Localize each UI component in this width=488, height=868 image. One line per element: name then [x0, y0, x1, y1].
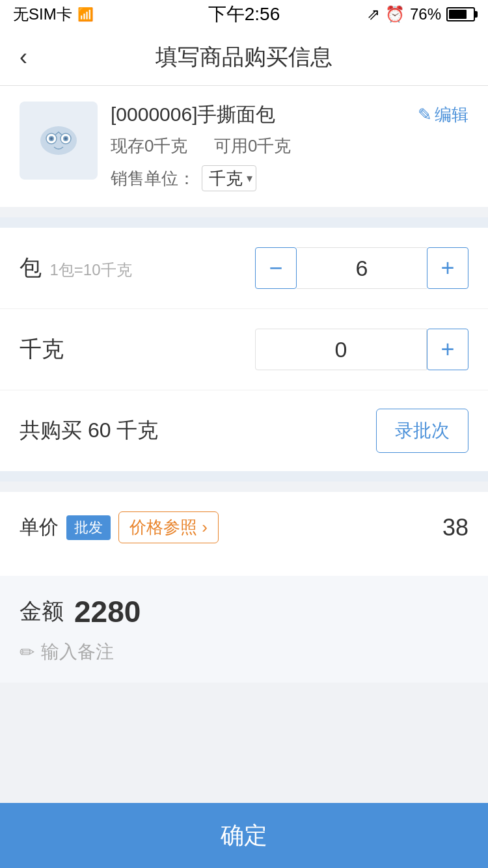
package-label-main: 包	[20, 255, 42, 280]
alarm-icon: ⏰	[385, 5, 405, 23]
amount-section: 金额 2280 ✏ 输入备注	[0, 576, 488, 683]
remark-row[interactable]: ✏ 输入备注	[20, 640, 468, 664]
location-icon: ⇗	[367, 5, 380, 23]
nav-bar: ‹ 填写商品购买信息	[0, 29, 488, 86]
battery-icon	[446, 7, 475, 21]
product-image	[20, 102, 98, 180]
price-value: 38	[442, 514, 468, 541]
product-card: [0000006]手撕面包 ✎ 编辑 现存0千克 可用0千克 销售单位： 千克	[0, 86, 488, 207]
batch-button[interactable]: 录批次	[376, 409, 468, 453]
product-full-name: [0000006]手撕面包	[111, 102, 275, 128]
confirm-button[interactable]: 确定	[0, 803, 488, 868]
package-controls: − +	[255, 247, 468, 289]
total-row: 共购买 60 千克 录批次	[0, 390, 488, 471]
quantity-section: 包 1包=10千克 − + 千克 +	[0, 228, 488, 390]
battery-percent: 76%	[410, 5, 441, 23]
package-label: 包 1包=10千克	[20, 253, 255, 283]
price-ref-button[interactable]: 价格参照 ›	[118, 511, 219, 543]
package-input[interactable]	[297, 247, 427, 289]
back-button[interactable]: ‹	[20, 44, 27, 71]
price-tag: 批发	[66, 515, 111, 540]
status-left: 无SIM卡 📶	[13, 4, 94, 25]
edit-label: 编辑	[435, 103, 468, 126]
kilogram-plus-button[interactable]: +	[427, 329, 468, 370]
available-text: 可用0千克	[214, 136, 291, 156]
status-time: 下午2:56	[208, 2, 280, 27]
package-minus-button[interactable]: −	[255, 247, 297, 289]
kilogram-label: 千克	[20, 334, 255, 364]
unit-row: 销售单位： 千克	[111, 165, 468, 191]
price-label: 单价	[20, 514, 59, 541]
content-area: [0000006]手撕面包 ✎ 编辑 现存0千克 可用0千克 销售单位： 千克	[0, 86, 488, 868]
product-logo-icon	[36, 121, 81, 160]
price-row: 单价 批发 价格参照 › 38	[20, 511, 468, 543]
package-row: 包 1包=10千克 − +	[0, 228, 488, 309]
status-bar: 无SIM卡 📶 下午2:56 ⇗ ⏰ 76%	[0, 0, 488, 29]
stock-text: 现存0千克	[111, 136, 187, 156]
spacer	[193, 136, 210, 156]
wifi-icon: 📶	[77, 7, 94, 22]
carrier-text: 无SIM卡	[13, 4, 72, 25]
unit-select[interactable]: 千克	[202, 165, 256, 191]
svg-point-5	[50, 137, 53, 140]
amount-value: 2280	[74, 594, 141, 629]
package-plus-button[interactable]: +	[427, 247, 468, 289]
package-label-sub: 1包=10千克	[49, 261, 131, 278]
section-divider-1	[0, 217, 488, 228]
confirm-label: 确定	[221, 820, 267, 852]
kilogram-label-main: 千克	[20, 336, 64, 361]
price-label-group: 单价 批发 价格参照 ›	[20, 511, 219, 543]
svg-point-6	[64, 137, 67, 140]
kilogram-input[interactable]	[255, 329, 427, 370]
edit-button[interactable]: ✎ 编辑	[418, 103, 468, 126]
price-section: 单价 批发 价格参照 › 38	[0, 492, 488, 576]
section-divider-2	[0, 471, 488, 481]
svg-point-0	[40, 126, 77, 155]
amount-label: 金额	[20, 597, 64, 627]
edit-icon: ✎	[418, 105, 432, 125]
stock-info: 现存0千克 可用0千克	[111, 135, 468, 157]
kilogram-controls: +	[255, 329, 468, 370]
pencil-icon: ✏	[20, 642, 34, 663]
product-info: [0000006]手撕面包 ✎ 编辑 现存0千克 可用0千克 销售单位： 千克	[111, 102, 468, 191]
total-text: 共购买 60 千克	[20, 416, 158, 445]
unit-label: 销售单位：	[111, 167, 195, 190]
kilogram-row: 千克 +	[0, 309, 488, 390]
unit-select-wrapper[interactable]: 千克	[202, 165, 256, 191]
status-right: ⇗ ⏰ 76%	[367, 5, 475, 23]
page-title: 填写商品购买信息	[156, 42, 332, 72]
product-name-row: [0000006]手撕面包 ✎ 编辑	[111, 102, 468, 128]
remark-placeholder: 输入备注	[41, 640, 114, 664]
amount-row: 金额 2280	[20, 594, 468, 629]
